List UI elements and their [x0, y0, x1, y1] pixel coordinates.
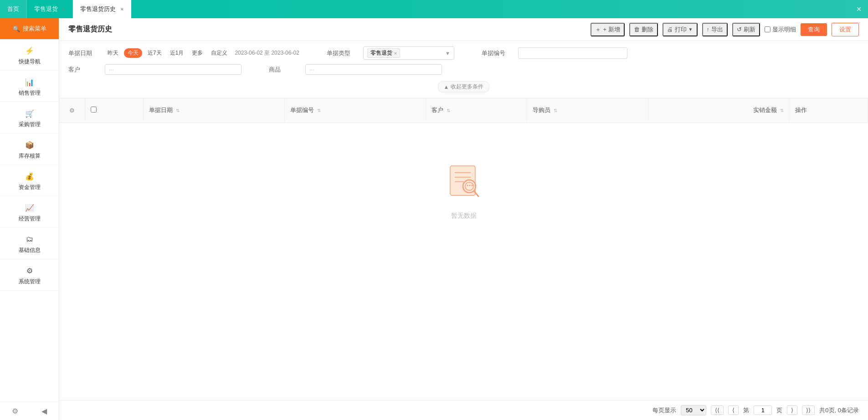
date-btn-more[interactable]: 更多: [189, 48, 205, 58]
sidebar-item-inventory-label: 库存核算: [19, 152, 41, 160]
sidebar-search[interactable]: 🔍 搜索菜单: [0, 18, 59, 39]
sidebar-item-quick-nav[interactable]: ⚡ 快捷导航: [0, 39, 59, 71]
page-label: 第: [743, 406, 749, 415]
sidebar-item-sales[interactable]: 📊 销售管理: [0, 71, 59, 102]
prev-page-button[interactable]: ⟨: [728, 405, 739, 415]
voucher-type-label: 单据类型: [327, 49, 354, 57]
date-btn-1month[interactable]: 近1月: [167, 48, 187, 58]
table-header-row: ⚙ 单据日期 ⇅ 单据编号 ⇅: [59, 98, 868, 123]
tab-retail-return-label: 零售退货: [34, 5, 58, 13]
sidebar-collapse-icon[interactable]: ◀: [41, 407, 47, 415]
new-icon: ＋: [595, 26, 601, 34]
sidebar-item-purchase[interactable]: 🛒 采购管理: [0, 102, 59, 133]
customer-select[interactable]: ···: [105, 64, 241, 75]
sidebar-item-system[interactable]: ⚙ 系统管理: [0, 259, 59, 291]
first-page-button[interactable]: ⟨⟨: [711, 405, 724, 415]
sidebar-item-inventory[interactable]: 📦 库存核算: [0, 133, 59, 165]
goods-label: 商品: [269, 66, 296, 74]
tab-retail-return-history[interactable]: 零售退货历史 ×: [73, 0, 131, 18]
date-sort-icon[interactable]: ⇅: [176, 108, 180, 113]
query-button[interactable]: 查询: [801, 23, 827, 36]
finance-icon: 💰: [25, 171, 35, 181]
display-toggle-checkbox[interactable]: [765, 26, 770, 32]
delete-button[interactable]: 🗑 删除: [629, 23, 658, 36]
th-date: 单据日期 ⇅: [144, 98, 285, 123]
export-icon: ↑: [707, 26, 710, 33]
sidebar-item-system-label: 系统管理: [19, 278, 41, 286]
sidebar-search-label: 搜索菜单: [23, 25, 46, 33]
voucher-type-select[interactable]: 零售退货 × ▼: [363, 46, 454, 60]
page-title: 零售退货历史: [68, 25, 112, 34]
main-layout: 🔍 搜索菜单 ⚡ 快捷导航 📊 销售管理 🛒 采购管理 📦 库存核算 💰 资金管…: [0, 18, 868, 420]
collapse-label: 收起更多条件: [451, 83, 483, 91]
refresh-button[interactable]: ↺ 刷新: [732, 23, 760, 36]
tab-home[interactable]: 首页: [0, 0, 27, 18]
filter-row-1: 单据日期 昨天 今天 近7天 近1月 更多 自定义 2023-06-02 至 2…: [68, 46, 859, 60]
date-btn-yesterday[interactable]: 昨天: [105, 48, 121, 58]
date-btn-custom[interactable]: 自定义: [208, 48, 230, 58]
voucher-no-label: 单据编号: [482, 49, 509, 57]
sidebar-item-sales-label: 销售管理: [19, 89, 41, 97]
empty-text: 暂无数据: [451, 212, 477, 220]
tab-bar: 首页 零售退货 × 零售退货历史 ×: [0, 0, 850, 18]
new-button[interactable]: ＋ + 新增: [591, 23, 624, 36]
sidebar-item-finance-label: 资金管理: [19, 184, 41, 191]
print-button[interactable]: 🖨 打印 ▼: [663, 23, 698, 36]
quick-nav-icon: ⚡: [25, 46, 35, 56]
operations-icon: 📈: [25, 203, 35, 213]
next-page-button[interactable]: ⟩: [787, 405, 797, 415]
date-btn-today[interactable]: 今天: [124, 48, 142, 58]
sidebar-item-finance[interactable]: 💰 资金管理: [0, 165, 59, 196]
delete-icon: 🗑: [634, 26, 640, 33]
sidebar-item-operations[interactable]: 📈 经营管理: [0, 196, 59, 228]
tab-retail-return[interactable]: 零售退货 ×: [27, 0, 73, 18]
page-input[interactable]: [754, 405, 772, 415]
voucher-type-tag: 零售退货 ×: [367, 48, 400, 58]
export-button[interactable]: ↑ 导出: [702, 23, 728, 36]
page-unit: 页: [776, 406, 782, 415]
th-salesperson: 导购员 ⇅: [527, 98, 648, 123]
last-page-button[interactable]: ⟩⟩: [802, 405, 815, 415]
select-all-checkbox[interactable]: [91, 107, 97, 113]
date-range-display: 2023-06-02 至 2023-06-02: [235, 49, 299, 57]
amount-sort-icon[interactable]: ⇅: [780, 108, 784, 113]
sidebar-item-base-info-label: 基础信息: [19, 246, 41, 254]
customer-sort-icon[interactable]: ⇅: [447, 108, 450, 113]
salesperson-sort-icon[interactable]: ⇅: [554, 108, 557, 113]
per-page-select[interactable]: 10 20 50 100: [681, 405, 706, 415]
header-actions: ＋ + 新增 🗑 删除 🖨 打印 ▼ ↑ 导出 ↺: [591, 23, 859, 36]
collapse-button[interactable]: ▲ 收起更多条件: [438, 81, 490, 92]
data-table: ⚙ 单据日期 ⇅ 单据编号 ⇅: [59, 98, 868, 123]
date-btn-7days[interactable]: 近7天: [145, 48, 164, 58]
tab-retail-return-history-close[interactable]: ×: [120, 6, 123, 12]
svg-point-9: [471, 185, 473, 186]
voucher-type-arrow-icon: ▼: [445, 51, 450, 56]
table-settings-icon[interactable]: ⚙: [65, 103, 79, 118]
content-area: 零售退货历史 ＋ + 新增 🗑 删除 🖨 打印 ▼ ↑ 导出: [59, 18, 868, 420]
svg-point-5: [465, 182, 473, 190]
sidebar-item-quick-nav-label: 快捷导航: [19, 58, 41, 66]
th-checkbox: [85, 98, 144, 123]
th-settings: ⚙: [59, 98, 85, 123]
sidebar-gear-icon[interactable]: ⚙: [12, 407, 18, 415]
voucher-type-tag-close[interactable]: ×: [394, 51, 397, 56]
window-close-button[interactable]: ×: [850, 0, 868, 18]
voucher-no-input[interactable]: [518, 47, 627, 59]
goods-select[interactable]: ···: [305, 64, 442, 75]
empty-icon: [441, 159, 487, 205]
per-page-label: 每页显示: [652, 406, 676, 415]
sidebar-item-purchase-label: 采购管理: [19, 121, 41, 128]
table-area: ⚙ 单据日期 ⇅ 单据编号 ⇅: [59, 98, 868, 400]
display-toggle: 显示明细: [765, 26, 796, 34]
voucher-no-sort-icon[interactable]: ⇅: [317, 108, 321, 113]
tab-retail-return-history-label: 零售退货历史: [80, 5, 116, 13]
customer-label: 客户: [68, 66, 96, 74]
settings-button[interactable]: 设置: [832, 23, 859, 36]
filter-row-2: 客户 ··· 商品 ···: [68, 64, 859, 75]
th-salesperson-label: 导购员: [533, 107, 550, 113]
sidebar: 🔍 搜索菜单 ⚡ 快捷导航 📊 销售管理 🛒 采购管理 📦 库存核算 💰 资金管…: [0, 18, 59, 420]
th-voucher-no: 单据编号 ⇅: [285, 98, 426, 123]
page-header: 零售退货历史 ＋ + 新增 🗑 删除 🖨 打印 ▼ ↑ 导出: [59, 18, 868, 41]
sidebar-item-base-info[interactable]: 🗂 基础信息: [0, 228, 59, 259]
tab-retail-return-close[interactable]: ×: [62, 6, 65, 12]
